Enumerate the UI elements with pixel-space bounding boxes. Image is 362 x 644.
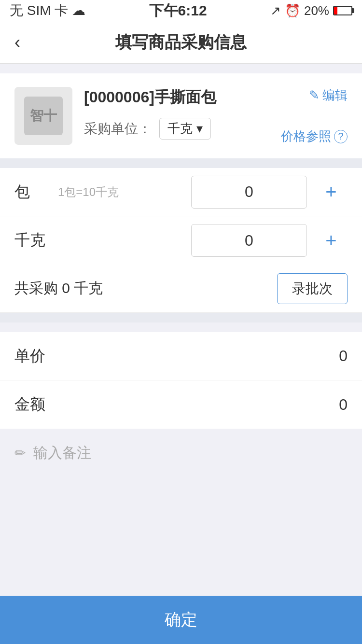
amount-row: 金额 0	[0, 380, 362, 429]
record-batch-button[interactable]: 录批次	[277, 273, 348, 304]
kg-input-row: 千克 0 +	[0, 216, 362, 265]
status-time: 下午6:12	[149, 1, 207, 21]
unit-price-value: 0	[339, 347, 348, 365]
chevron-down-icon: ▾	[196, 121, 203, 136]
sim-label: 无 SIM 卡 ☁	[10, 1, 85, 20]
unit-prefix: 采购单位：	[84, 120, 152, 138]
page-title: 填写商品采购信息	[115, 31, 247, 54]
amount-label: 金额	[14, 394, 339, 415]
kg-plus-button[interactable]: +	[315, 224, 348, 257]
pencil-icon: ✏	[14, 445, 26, 461]
unit-price-row: 单价 0	[0, 332, 362, 380]
battery-icon	[333, 6, 352, 15]
unit-price-label: 单价	[14, 346, 339, 367]
confirm-label: 确定	[165, 609, 197, 631]
section-divider-2	[0, 313, 362, 322]
total-row: 共采购 0 千克 录批次	[0, 265, 362, 313]
status-bar: 无 SIM 卡 ☁ 下午6:12 ↗ ⏰ 20%	[0, 0, 362, 21]
amount-value: 0	[339, 396, 348, 414]
notes-section: ✏ 输入备注	[0, 429, 362, 574]
unit-value: 千克	[167, 120, 193, 137]
product-name: [0000006]手撕面包	[84, 87, 348, 108]
alarm-icon: ⏰	[285, 3, 300, 18]
help-icon: ?	[334, 130, 348, 143]
edit-button[interactable]: ✎ 编辑	[309, 87, 348, 104]
kg-value-display[interactable]: 0	[191, 224, 307, 257]
product-thumbnail: 智十	[14, 87, 72, 145]
product-card: 智十 [0000006]手撕面包 采购单位： 千克 ▾ ✎ 编辑 价格参照 ?	[0, 73, 362, 158]
nav-bar: ‹ 填写商品采购信息	[0, 21, 362, 64]
price-section: 单价 0 金额 0	[0, 332, 362, 429]
status-left: 无 SIM 卡 ☁	[10, 1, 85, 20]
edit-label: 编辑	[322, 87, 348, 104]
quantity-input-section: 包 1包=10千克 0 + 千克 0 +	[0, 168, 362, 265]
bag-value-display[interactable]: 0	[191, 176, 307, 209]
battery-percent: 20%	[304, 3, 329, 18]
location-icon: ↗	[270, 3, 281, 18]
product-thumb-label: 智十	[24, 97, 63, 135]
status-right: ↗ ⏰ 20%	[270, 3, 352, 18]
edit-icon: ✎	[309, 88, 320, 103]
price-reference-button[interactable]: 价格参照 ?	[281, 128, 348, 145]
notes-placeholder: 输入备注	[33, 443, 91, 463]
kg-label: 千克	[14, 230, 53, 251]
section-divider-1	[0, 158, 362, 168]
unit-dropdown[interactable]: 千克 ▾	[159, 118, 211, 140]
confirm-button[interactable]: 确定	[0, 596, 362, 644]
bag-input-row: 包 1包=10千克 0 +	[0, 168, 362, 216]
bag-plus-button[interactable]: +	[315, 176, 348, 209]
total-label: 共采购 0 千克	[14, 279, 277, 298]
price-ref-label: 价格参照	[281, 128, 331, 145]
back-button[interactable]: ‹	[14, 32, 20, 53]
bag-sublabel: 1包=10千克	[58, 184, 119, 200]
notes-input-area[interactable]: ✏ 输入备注	[14, 443, 348, 463]
bag-label: 包	[14, 182, 53, 203]
